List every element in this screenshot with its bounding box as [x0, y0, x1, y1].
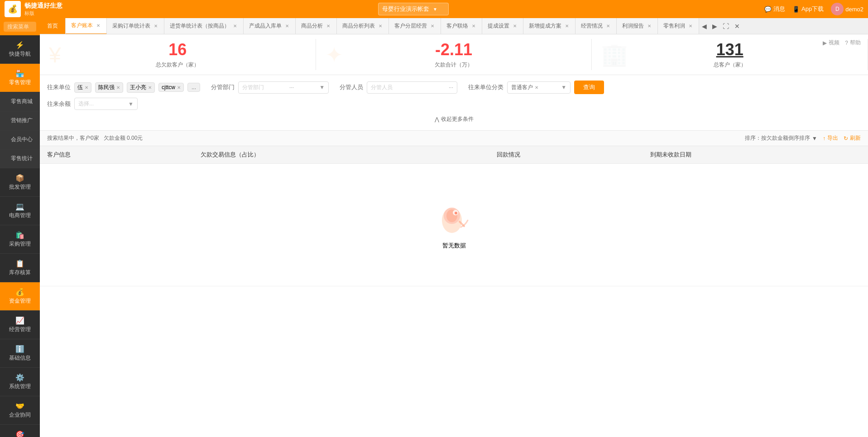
sidebar-item-label: 零售商城 [7, 98, 36, 105]
collapse-button[interactable]: ⋀ 收起更多条件 [431, 114, 477, 125]
tab-close-all[interactable]: ✕ [732, 23, 743, 30]
tab-close-icon[interactable]: ✕ [512, 23, 518, 29]
tab-product-inbound[interactable]: 产成品入库单 ✕ [244, 18, 296, 34]
sidebar-item-quick-nav[interactable]: ⚡ 快捷导航 [0, 35, 40, 64]
sidebar-item-marketing[interactable]: 营销推广 [0, 111, 40, 130]
tab-close-icon[interactable]: ✕ [605, 23, 611, 29]
sidebar-item-member-center[interactable]: 会员中心 [0, 130, 40, 149]
dept-selector[interactable]: 分管部门 ··· ▼ [238, 81, 329, 94]
tab-close-icon[interactable]: ✕ [688, 23, 693, 29]
sidebar-search-area[interactable] [0, 18, 40, 35]
sort-label: 排序：按欠款金额倒序排序 [745, 134, 810, 142]
page-content: ¥ 16 总欠款客户（家） ✦ -2.11 欠款合计（万） 🏢 131 总客户（… [40, 34, 868, 437]
tab-new-commission-plan[interactable]: 新增提成方案 ✕ [523, 18, 575, 34]
sidebar-item-enterprise-collab[interactable]: 🤝 企业协同 [0, 396, 40, 425]
tab-close-icon[interactable]: ✕ [378, 23, 383, 29]
tab-customer-account[interactable]: 客户账本 ✕ [66, 18, 107, 34]
dept-placeholder: 分管部门 [242, 84, 264, 91]
retail-mgmt-icon: 🏪 [4, 69, 36, 78]
sidebar-item-retail-mgmt[interactable]: 🏪 零售管理 [0, 64, 40, 92]
sidebar-item-retail-stats[interactable]: 零售统计 [0, 149, 40, 168]
message-icon: 💬 [764, 6, 772, 13]
unit-class-arrow: ▼ [561, 84, 566, 90]
tab-close-icon[interactable]: ✕ [471, 23, 476, 29]
system-icon: ⚙️ [4, 373, 36, 382]
filter-area: 往来单位 伍 ✕ 陈民强 ✕ 王小亮 ✕ [40, 75, 868, 131]
sidebar-item-operations[interactable]: 📈 经营管理 [0, 311, 40, 339]
sidebar-item-label: 电商管理 [4, 212, 36, 219]
app-download-btn[interactable]: 📱 App下载 [792, 5, 824, 13]
inventory-icon: 📋 [4, 259, 36, 268]
tab-retail-profit[interactable]: 零售利润 ✕ [658, 18, 699, 34]
unit-class-selector[interactable]: 普通客户 ✕ ▼ [507, 81, 571, 94]
sidebar-item-label: 零售管理 [4, 79, 36, 86]
sidebar-item-purchase-mgmt[interactable]: 🛍️ 采购管理 [0, 225, 40, 254]
tab-customer-layer[interactable]: 客户分层经营 ✕ [389, 18, 441, 34]
tab-label: 新增提成方案 [529, 22, 561, 30]
sidebar-item-inventory[interactable]: 📋 库存核算 [0, 254, 40, 282]
sort-selector[interactable]: 排序：按欠款金额倒序排序 ▼ [745, 134, 817, 142]
sidebar-item-finance-mgmt[interactable]: 💰 资金管理 [0, 282, 40, 311]
export-btn[interactable]: ↑ 导出 [823, 134, 838, 142]
guide-icon: 🎯 [4, 430, 36, 437]
tab-label: 客户账本 [71, 22, 93, 29]
tab-close-icon[interactable]: ✕ [284, 23, 290, 29]
company-selector-area[interactable]: 母婴行业演示帐套 ▼ [378, 3, 449, 15]
tab-close-icon[interactable]: ✕ [232, 23, 238, 29]
sidebar-item-label: 零售统计 [7, 155, 36, 162]
tab-goods-analysis-list[interactable]: 商品分析列表 ✕ [337, 18, 389, 34]
video-icon: ▶ [823, 40, 827, 46]
stat-bg-icon-2: ✦ [325, 42, 343, 67]
logo-text: 畅捷通好生意 [24, 2, 62, 10]
refresh-btn[interactable]: ↻ 刷新 [844, 134, 861, 142]
video-btn[interactable]: ▶ 视频 [823, 39, 839, 47]
svg-point-4 [455, 212, 457, 214]
sidebar-item-retail-mall[interactable]: 零售商城 [0, 92, 40, 111]
tab-close-icon[interactable]: ✕ [153, 23, 158, 29]
company-selector[interactable]: 母婴行业演示帐套 ▼ [378, 3, 449, 15]
sidebar-item-ecommerce[interactable]: 💻 电商管理 [0, 197, 40, 225]
sidebar-item-system-mgmt[interactable]: ⚙️ 系统管理 [0, 368, 40, 396]
tab-purchase-order-stats[interactable]: 采购订单统计表 ✕ [107, 18, 164, 34]
message-btn[interactable]: 💬 消息 [764, 5, 785, 13]
stat-bg-icon-3: 🏢 [601, 42, 628, 67]
remove-unit-class[interactable]: ✕ [535, 85, 538, 90]
user-area[interactable]: D demo2 [831, 3, 863, 15]
tab-close-icon[interactable]: ✕ [564, 23, 570, 29]
tab-scroll-right[interactable]: ▶ [710, 23, 720, 30]
tab-maximize[interactable]: ⛶ [720, 23, 732, 30]
basic-info-icon: ℹ️ [4, 345, 36, 353]
ecommerce-icon: 💻 [4, 202, 36, 211]
stat-label-total-customers: 总客户（家） [714, 61, 746, 69]
tab-home[interactable]: 首页 [40, 18, 66, 34]
person-selector[interactable]: 分管人员 ··· [367, 81, 457, 94]
remove-tag-wu[interactable]: ✕ [85, 85, 88, 90]
tab-goods-analysis[interactable]: 商品分析 ✕ [296, 18, 337, 34]
tab-commission-settings[interactable]: 提成设置 ✕ [482, 18, 523, 34]
search-input[interactable] [4, 22, 36, 32]
tab-close-icon[interactable]: ✕ [430, 23, 435, 29]
remove-tag-chen[interactable]: ✕ [116, 85, 120, 90]
sidebar-item-basic-info[interactable]: ℹ️ 基础信息 [0, 339, 40, 368]
help-btn[interactable]: ? 帮助 [845, 39, 861, 47]
tab-scroll-left[interactable]: ◀ [699, 23, 710, 30]
sort-arrow: ▼ [812, 135, 817, 142]
stat-value-debt-amount: -2.11 [435, 40, 472, 59]
tab-goods-stats[interactable]: 进货单统计表（按商品） ✕ [164, 18, 244, 34]
tab-close-icon[interactable]: ✕ [647, 23, 652, 29]
tab-operations[interactable]: 经营情况 ✕ [575, 18, 617, 34]
tab-profit-report[interactable]: 利润报告 ✕ [617, 18, 658, 34]
tab-label: 采购订单统计表 [112, 22, 150, 30]
table-header-row: 客户信息 欠款交易信息（占比） 回款情况 到期未收款日期 [40, 146, 868, 164]
search-button[interactable]: 查询 [574, 81, 604, 94]
remove-tag-wang[interactable]: ✕ [148, 85, 152, 90]
filter-more-tags[interactable]: ... [187, 83, 200, 92]
sidebar-item-wholesale-mgmt[interactable]: 📦 批发管理 [0, 168, 40, 197]
tab-customer-contact[interactable]: 客户联络 ✕ [441, 18, 482, 34]
sidebar-item-beginner-guide[interactable]: 🎯 新手引导 [0, 425, 40, 437]
tab-close-icon[interactable]: ✕ [326, 23, 331, 29]
tab-close-icon[interactable]: ✕ [96, 22, 101, 29]
balance-arrow: ▼ [128, 101, 134, 107]
balance-selector[interactable]: 选择... ▼ [74, 98, 138, 110]
remove-tag-cjttcw[interactable]: ✕ [177, 85, 181, 90]
